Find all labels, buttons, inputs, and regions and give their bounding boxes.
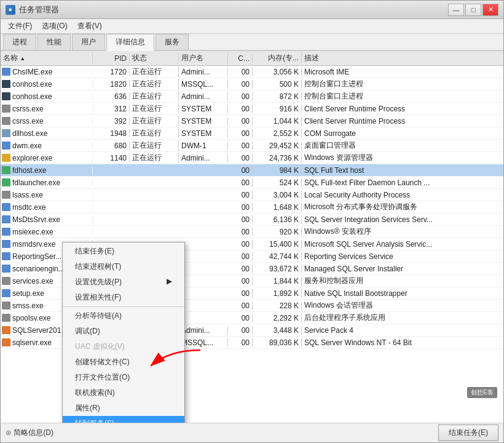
cell-desc: 控制台窗口主进程 [302, 91, 503, 102]
tab-performance[interactable]: 性能 [37, 34, 71, 50]
context-menu-item[interactable]: 设置优先级(P)▶ [63, 274, 184, 290]
cell-pid: 636 [93, 92, 130, 101]
context-menu-item[interactable]: 属性(R) [63, 401, 184, 416]
cell-status: 正在运行 [130, 91, 179, 102]
cell-name: fdlauncher.exe [1, 178, 93, 187]
cell-desc: Microsoft 分布式事务处理协调服务 [302, 202, 503, 212]
cell-cpu: 00 [228, 301, 253, 310]
table-row[interactable]: lsass.exe 00 3,004 K Local Security Auth… [1, 189, 503, 201]
cell-status: 正在运行 [130, 153, 179, 163]
table-row[interactable]: dllhost.exe 1948 正在运行 SYSTEM 00 2,552 K … [1, 127, 503, 140]
col-header-cpu[interactable]: C... [228, 54, 253, 63]
cell-status: 正在运行 [130, 140, 179, 151]
menu-options[interactable]: 选项(O) [37, 20, 72, 33]
cell-user: MSSQL... [179, 80, 228, 89]
cell-name: lsass.exe [1, 191, 93, 199]
context-menu-item[interactable]: 调试(D) [63, 324, 184, 339]
cell-name: MsDtsSrvr.exe [1, 215, 93, 224]
context-menu-item[interactable]: 分析等待链(A) [63, 308, 184, 324]
cell-user: Admini... [179, 326, 228, 335]
cell-cpu: 00 [228, 80, 253, 89]
cell-mem: 916 K [253, 105, 302, 113]
table-row[interactable]: conhost.exe 636 正在运行 Admini... 00 872 K … [1, 90, 503, 103]
context-menu-item[interactable]: 联机搜索(N) [63, 385, 184, 401]
statusbar-info[interactable]: ⊙ 简略信息(D) [6, 428, 53, 438]
cell-desc: Client Server Runtime Process [302, 105, 503, 113]
table-row[interactable]: msdtc.exe 00 1,648 K Microsoft 分布式事务处理协调… [1, 201, 503, 214]
close-button[interactable]: ✕ [482, 4, 498, 16]
cell-name: ChsIME.exe [1, 68, 93, 76]
table-row[interactable]: csrss.exe 392 正在运行 SYSTEM 00 1,044 K Cli… [1, 115, 503, 127]
cell-cpu: 00 [228, 154, 253, 162]
context-menu: 结束任务(E)结束进程树(T)设置优先级(P)▶设置相关性(F)分析等待链(A)… [62, 242, 185, 423]
cell-mem: 1,892 K [253, 289, 302, 298]
cell-desc: COM Surrogate [302, 129, 503, 138]
table-row[interactable]: explorer.exe 1140 正在运行 Admini... 00 24,7… [1, 152, 503, 164]
cell-mem: 29,452 K [253, 142, 302, 150]
cell-mem: 1,648 K [253, 203, 302, 212]
cell-mem: 2,292 K [253, 314, 302, 322]
cell-desc: Windows 资源管理器 [302, 153, 503, 163]
cell-desc: 桌面窗口管理器 [302, 140, 503, 151]
context-menu-item[interactable]: 设置相关性(F) [63, 290, 184, 305]
tab-services[interactable]: 服务 [156, 34, 189, 50]
cell-desc: 后台处理程序子系统应用 [302, 313, 503, 323]
task-manager-window: ■ 任务管理器 — □ ✕ 文件(F) 选项(O) 查看(V) 进程 性能 用户… [0, 0, 504, 443]
end-task-button[interactable]: 结束任务(E) [438, 425, 498, 441]
table-row[interactable]: csrss.exe 312 正在运行 SYSTEM 00 916 K Clien… [1, 103, 503, 115]
cell-desc: Microsoft SQL Server Analysis Servic... [302, 240, 503, 249]
menubar: 文件(F) 选项(O) 查看(V) [1, 19, 503, 34]
tab-processes[interactable]: 进程 [3, 34, 36, 50]
cell-name: csrss.exe [1, 117, 93, 126]
cell-cpu: 00 [228, 215, 253, 224]
menu-file[interactable]: 文件(F) [3, 20, 37, 33]
cell-cpu: 00 [228, 338, 253, 347]
cell-pid: 680 [93, 142, 130, 150]
cell-cpu: 00 [228, 68, 253, 76]
table-row[interactable]: MsDtsSrvr.exe 00 6,136 K SQL Server Inte… [1, 214, 503, 226]
cell-user: SYSTEM [179, 117, 228, 126]
menu-view[interactable]: 查看(V) [73, 20, 107, 33]
cell-status: 正在运行 [130, 66, 179, 77]
summary-info-label[interactable]: ⊙ 简略信息(D) [6, 428, 53, 438]
maximize-button[interactable]: □ [465, 4, 481, 16]
window-title: 任务管理器 [19, 4, 59, 15]
col-header-user[interactable]: 用户名 [179, 53, 228, 63]
cell-cpu: 00 [228, 117, 253, 126]
minimize-button[interactable]: — [448, 4, 464, 16]
col-header-desc[interactable]: 描述 [302, 53, 503, 63]
col-header-status[interactable]: 状态 [130, 53, 179, 63]
cell-mem: 500 K [253, 80, 302, 89]
tab-users[interactable]: 用户 [72, 34, 105, 50]
cell-status: 正在运行 [130, 116, 179, 126]
table-row[interactable]: fdhost.exe 00 984 K SQL Full Text host [1, 164, 503, 177]
cell-desc: Managed SQL Server Installer [302, 265, 503, 273]
cell-name: fdhost.exe [1, 166, 93, 175]
cell-cpu: 00 [228, 166, 253, 175]
cell-cpu: 00 [228, 178, 253, 187]
table-row[interactable]: conhost.exe 1820 正在运行 MSSQL... 00 500 K … [1, 78, 503, 90]
cell-cpu: 00 [228, 105, 253, 113]
statusbar: ⊙ 简略信息(D) 结束任务(E) [1, 423, 503, 442]
tab-details[interactable]: 详细信息 [106, 34, 154, 51]
table-row[interactable]: fdlauncher.exe 00 524 K SQL Full-text Fi… [1, 177, 503, 189]
cell-name: conhost.exe [1, 92, 93, 101]
cell-mem: 1,044 K [253, 117, 302, 126]
table-row[interactable]: ChsIME.exe 1720 正在运行 Admini... 00 3,056 … [1, 66, 503, 78]
cell-name: dllhost.exe [1, 129, 93, 138]
context-menu-item[interactable]: 结束进程树(T) [63, 259, 184, 274]
cell-name: csrss.exe [1, 105, 93, 113]
col-header-mem[interactable]: 内存(专... [253, 53, 302, 63]
context-menu-item[interactable]: 打开文件位置(O) [63, 370, 184, 385]
context-menu-item[interactable]: 创建转储文件(C) [63, 354, 184, 370]
cell-user: Admini... [179, 154, 228, 162]
context-menu-item[interactable]: 转到服务(S) [63, 416, 184, 423]
table-row[interactable]: msiexec.exe 00 920 K Windows® 安装程序 [1, 226, 503, 238]
cell-desc: SQL Server Integration Services Serv... [302, 215, 503, 224]
titlebar: ■ 任务管理器 — □ ✕ [1, 1, 503, 19]
context-menu-item[interactable]: 结束任务(E) [63, 244, 184, 259]
col-header-pid[interactable]: PID [93, 54, 130, 63]
col-header-name[interactable]: 名称 [1, 53, 93, 63]
cell-status: 正在运行 [130, 128, 179, 138]
table-row[interactable]: dwm.exe 680 正在运行 DWM-1 00 29,452 K 桌面窗口管… [1, 140, 503, 152]
